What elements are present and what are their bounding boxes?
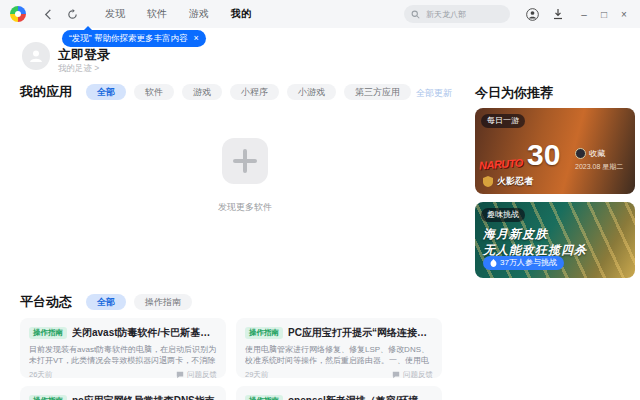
myapps-tab-thirdparty[interactable]: 第三方应用 — [344, 84, 411, 100]
back-arrow-icon — [43, 9, 54, 20]
myapps-tab-minigames[interactable]: 小游戏 — [287, 84, 336, 100]
feed-card-tag: 操作指南 — [29, 395, 67, 400]
avatar-placeholder-icon — [27, 47, 45, 65]
close-button[interactable]: × — [614, 9, 634, 20]
myapps-tab-games[interactable]: 游戏 — [182, 84, 222, 100]
daily-day-number: 30 — [527, 138, 560, 172]
daily-tag: 收藏 — [589, 148, 605, 159]
feed-card-source: 问题反馈 — [187, 370, 217, 380]
tooltip-close-icon[interactable]: × — [194, 30, 199, 47]
myapps-title: 我的应用 — [20, 83, 72, 101]
footprint-link[interactable]: 我的足迹 > — [58, 63, 99, 75]
user-account-button[interactable] — [522, 4, 542, 24]
feed-card-tag: 操作指南 — [245, 327, 283, 339]
nav-tab-mine[interactable]: 我的 — [220, 0, 262, 28]
feed-card-network-error[interactable]: 操作指南 PC应用宝打开提示“网络连接错误” 使用电脑管家进行网络修复、修复LS… — [236, 318, 442, 378]
search-input[interactable] — [424, 9, 498, 20]
challenge-line1: 海月新皮肤 — [483, 226, 548, 243]
naruto-logo: NARUTO — [479, 156, 524, 171]
daily-date: 2023.08 星期二 — [575, 162, 623, 172]
tooltip-text: “发现” 帮助你探索更多丰富内容 — [69, 30, 188, 47]
feed-card-avast[interactable]: 操作指南 关闭avast防毒软件/卡巴斯基减少卡顿现象 目前发现装有avast防… — [20, 318, 226, 378]
feed-tab-all[interactable]: 全部 — [86, 294, 126, 310]
refresh-button[interactable] — [62, 4, 82, 24]
search-icon — [411, 10, 420, 19]
minimize-button[interactable]: – — [574, 9, 594, 20]
update-all-link[interactable]: 全部更新 — [416, 87, 452, 100]
feed-card-tag: 操作指南 — [245, 395, 283, 400]
app-logo-icon — [10, 6, 26, 22]
back-button[interactable] — [38, 4, 58, 24]
challenge-viewers-text: 37万人参与挑战 — [500, 256, 557, 270]
add-software-caption: 发现更多软件 — [195, 201, 295, 214]
feed-card-time: 29天前 — [245, 370, 268, 380]
daily-game-name-row: 火影忍者 — [483, 175, 533, 188]
refresh-icon — [67, 9, 78, 20]
nav-tab-games[interactable]: 游戏 — [178, 0, 220, 28]
feed-card-title: PC应用宝打开提示“网络连接错误” — [288, 326, 433, 340]
recommend-title: 今日为你推荐 — [475, 84, 553, 102]
feed-card-openssl[interactable]: 操作指南 openssl新老混排（兼容/环境）问题，兄弟们才可预… — [236, 386, 442, 400]
challenge-badge: 趣味挑战 — [481, 208, 525, 222]
app-window: 发现 软件 游戏 我的 – □ × “发现” 帮助你探索更多丰富内容 × 立即登… — [0, 0, 640, 400]
myapps-tab-software[interactable]: 软件 — [134, 84, 174, 100]
challenge-viewers-pill: 37万人参与挑战 — [483, 256, 564, 270]
add-software-button[interactable] — [222, 138, 268, 184]
daily-game-name: 火影忍者 — [497, 175, 533, 188]
feed-card-source: 问题反馈 — [403, 370, 433, 380]
feed-title: 平台动态 — [20, 293, 72, 311]
game-shield-icon — [483, 176, 493, 187]
feed-card-time: 26天前 — [29, 370, 52, 380]
feed-card-dns-guide[interactable]: 操作指南 pc应用宝网络异常排查DNS指南 — [20, 386, 226, 400]
maximize-button[interactable]: □ — [594, 9, 614, 20]
avatar[interactable] — [22, 42, 50, 70]
main-nav: 发现 软件 游戏 我的 — [94, 0, 262, 28]
challenge-card[interactable]: 趣味挑战 海月新皮肤 无人能敌狂揽四杀 37万人参与挑战 — [475, 202, 635, 278]
daily-game-badge: 每日一游 — [481, 114, 525, 128]
myapps-tab-all[interactable]: 全部 — [86, 84, 126, 100]
search-box[interactable] — [404, 5, 510, 23]
feed-tab-guide[interactable]: 操作指南 — [134, 294, 192, 310]
download-icon — [552, 8, 564, 20]
nav-tab-software[interactable]: 软件 — [136, 0, 178, 28]
daily-game-card[interactable]: 每日一游 NARUTO 30 收藏 2023.08 星期二 火影忍者 — [475, 108, 635, 194]
feed-card-title: 关闭avast防毒软件/卡巴斯基减少卡顿现象 — [72, 326, 217, 340]
myapps-header: 我的应用 全部 软件 游戏 小程序 小游戏 第三方应用 — [20, 83, 419, 101]
feed-header: 平台动态 全部 操作指南 — [20, 293, 200, 311]
feed-card-title: openssl新老混排（兼容/环境）问题，兄弟们才可预… — [288, 394, 433, 400]
title-bar: 发现 软件 游戏 我的 – □ × — [0, 0, 640, 28]
feedback-bubble-icon — [176, 371, 184, 379]
discover-tooltip: “发现” 帮助你探索更多丰富内容 × — [62, 30, 206, 47]
myapps-tab-miniprogram[interactable]: 小程序 — [230, 84, 279, 100]
feed-card-tag: 操作指南 — [29, 327, 67, 339]
nav-tab-discover[interactable]: 发现 — [94, 0, 136, 28]
emblem-icon — [575, 148, 586, 159]
titlebar-actions: – □ × — [522, 4, 634, 24]
feedback-bubble-icon — [392, 371, 400, 379]
feed-card-body: 目前发现装有avast防毒软件的电脑，在启动后识别为未打开VT，此类情况会导致模… — [29, 344, 217, 366]
feed-card-body: 使用电脑管家进行网络修复、修复LSP、修改DNS、校准系统时间等操作，然后重启路… — [245, 344, 433, 366]
daily-meta: 收藏 2023.08 星期二 — [575, 148, 623, 172]
user-avatar-icon — [526, 8, 539, 21]
download-manager-button[interactable] — [548, 4, 568, 24]
login-button[interactable]: 立即登录 — [58, 46, 110, 64]
flame-icon — [490, 259, 497, 267]
feed-card-title: pc应用宝网络异常排查DNS指南 — [72, 394, 215, 400]
